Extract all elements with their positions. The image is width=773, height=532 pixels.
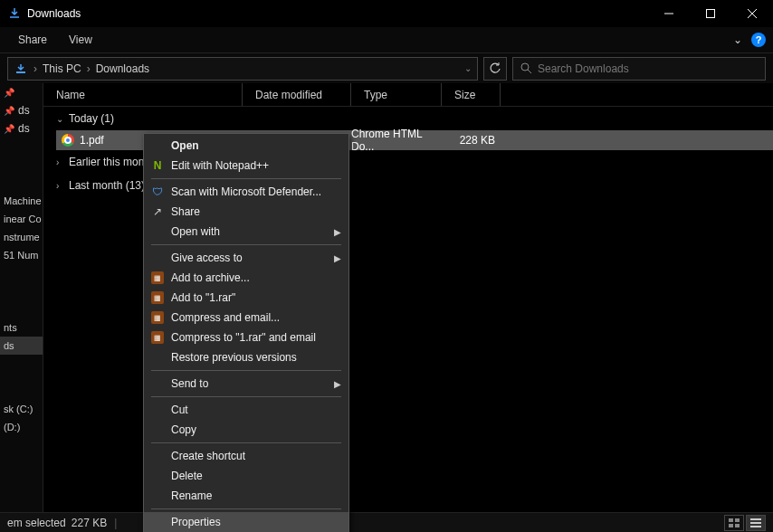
- sidebar-item[interactable]: 📌ds: [0, 119, 43, 138]
- context-menu-item[interactable]: Restore previous versions: [144, 347, 348, 367]
- menu-view[interactable]: View: [69, 33, 92, 46]
- sidebar-item[interactable]: 📌ds: [0, 101, 43, 119]
- rar-icon: ▦: [150, 330, 165, 345]
- sidebar-item[interactable]: (D:): [0, 418, 43, 436]
- rar-icon: ▦: [150, 271, 165, 285]
- chevron-right-icon[interactable]: ›: [87, 62, 91, 75]
- menu-separator: [151, 244, 341, 245]
- search-input[interactable]: [538, 62, 758, 75]
- address-bar-row: › This PC › Downloads ⌄: [0, 52, 773, 83]
- menu-separator: [151, 508, 341, 509]
- sidebar-item[interactable]: ds: [0, 337, 43, 355]
- svg-rect-8: [750, 522, 761, 524]
- npp-icon: N: [150, 158, 165, 173]
- context-menu-item[interactable]: Edit with Notepad++N: [144, 156, 348, 176]
- status-bar: em selected 227 KB |: [0, 512, 773, 532]
- chevron-down-icon: ⌄: [56, 114, 65, 124]
- col-type[interactable]: Type: [351, 83, 442, 106]
- address-bar[interactable]: › This PC › Downloads ⌄: [7, 57, 478, 81]
- column-headers: Name Date modified Type Size: [43, 83, 773, 107]
- shield-icon: 🛡: [150, 185, 165, 199]
- submenu-arrow-icon: ▶: [334, 227, 341, 237]
- context-menu-item[interactable]: Cut: [144, 400, 348, 420]
- svg-rect-3: [729, 518, 733, 522]
- downloads-icon: [7, 6, 22, 21]
- pin-icon: 📌: [4, 106, 14, 116]
- sidebar-item[interactable]: sk (C:): [0, 400, 43, 418]
- downloads-folder-icon: [14, 62, 28, 76]
- context-menu-item[interactable]: Open with▶: [144, 222, 348, 242]
- sidebar-item[interactable]: 📌: [0, 83, 43, 101]
- menu-separator: [151, 442, 341, 443]
- view-details-button[interactable]: [746, 515, 766, 531]
- menu-separator: [151, 178, 341, 179]
- context-menu-item[interactable]: Rename: [144, 486, 348, 506]
- refresh-button[interactable]: [483, 57, 507, 81]
- title-bar: Downloads: [0, 0, 773, 27]
- search-icon: [520, 62, 532, 74]
- breadcrumb-current[interactable]: Downloads: [96, 62, 149, 75]
- submenu-arrow-icon: ▶: [334, 253, 341, 263]
- context-menu-item[interactable]: Properties: [144, 512, 348, 532]
- sidebar-item[interactable]: 51 Num: [0, 246, 43, 264]
- breadcrumb-root[interactable]: This PC: [43, 62, 81, 75]
- rar-icon: ▦: [150, 310, 165, 325]
- svg-rect-1: [16, 71, 25, 73]
- menu-separator: [151, 396, 341, 397]
- menu-bar: Share View ⌄ ?: [0, 27, 773, 52]
- context-menu-item[interactable]: Give access to▶: [144, 248, 348, 268]
- sidebar-item[interactable]: nts: [0, 318, 43, 337]
- chevron-right-icon[interactable]: ›: [33, 62, 37, 75]
- file-size: 228 KB: [442, 134, 501, 147]
- context-menu-item[interactable]: Copy: [144, 420, 348, 440]
- view-thumbnails-button[interactable]: [724, 515, 744, 531]
- context-menu-item[interactable]: Add to "1.rar"▦: [144, 288, 348, 308]
- context-menu-item[interactable]: Scan with Microsoft Defender...🛡: [144, 182, 348, 202]
- menu-share[interactable]: Share: [18, 33, 47, 46]
- svg-rect-6: [735, 524, 740, 527]
- svg-rect-5: [729, 524, 733, 527]
- pin-icon: 📌: [4, 88, 14, 98]
- maximize-button[interactable]: [690, 0, 731, 27]
- sidebar-item[interactable]: inear Co: [0, 210, 43, 228]
- sidebar-item[interactable]: nstrume: [0, 228, 43, 246]
- file-type: Chrome HTML Do...: [351, 128, 442, 153]
- chrome-pdf-icon: [62, 134, 74, 147]
- search-box[interactable]: [512, 57, 766, 81]
- menu-separator: [151, 370, 341, 371]
- context-menu-item[interactable]: Compress to "1.rar" and email▦: [144, 328, 348, 347]
- context-menu-item[interactable]: Delete: [144, 466, 348, 486]
- context-menu-item[interactable]: Create shortcut: [144, 446, 348, 466]
- rar-icon: ▦: [150, 290, 165, 305]
- context-menu-item[interactable]: Open: [144, 136, 348, 156]
- nav-sidebar: 📌 📌ds 📌ds Machine inear Co nstrume 51 Nu…: [0, 83, 43, 512]
- help-icon[interactable]: ?: [751, 33, 766, 47]
- pin-icon: 📌: [4, 124, 14, 134]
- status-size: 227 KB: [72, 517, 107, 529]
- context-menu-item[interactable]: Compress and email...▦: [144, 308, 348, 328]
- close-button[interactable]: [731, 0, 773, 27]
- context-menu: OpenEdit with Notepad++NScan with Micros…: [143, 133, 349, 532]
- chevron-right-icon: ›: [56, 157, 65, 167]
- context-menu-item[interactable]: Share↗: [144, 202, 348, 222]
- svg-rect-0: [707, 10, 715, 18]
- ribbon-chevron-icon[interactable]: ⌄: [733, 33, 742, 46]
- col-size[interactable]: Size: [442, 83, 501, 106]
- svg-rect-7: [750, 518, 761, 520]
- file-name: 1.pdf: [80, 134, 104, 147]
- col-name[interactable]: Name: [43, 83, 243, 106]
- svg-rect-9: [750, 526, 761, 527]
- context-menu-item[interactable]: Send to▶: [144, 374, 348, 394]
- context-menu-item[interactable]: Add to archive...▦: [144, 268, 348, 288]
- history-dropdown-icon[interactable]: ⌄: [464, 63, 472, 73]
- col-date[interactable]: Date modified: [243, 83, 351, 106]
- minimize-button[interactable]: [648, 0, 690, 27]
- svg-point-2: [521, 63, 529, 71]
- share-icon: ↗: [150, 204, 165, 219]
- submenu-arrow-icon: ▶: [334, 379, 341, 389]
- chevron-right-icon: ›: [56, 181, 65, 191]
- status-selection: em selected: [7, 517, 66, 529]
- window-title: Downloads: [27, 7, 81, 20]
- sidebar-item[interactable]: Machine: [0, 192, 43, 210]
- svg-rect-4: [735, 518, 740, 522]
